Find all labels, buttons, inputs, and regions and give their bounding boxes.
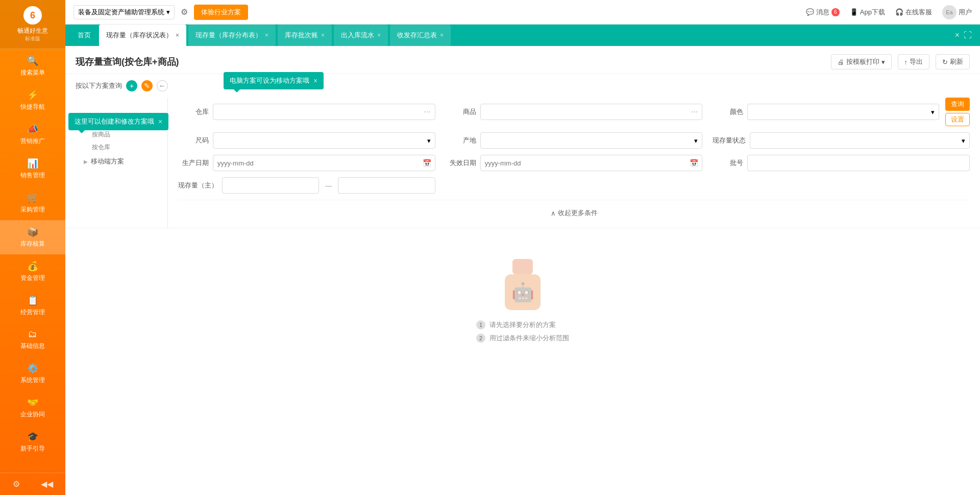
sidebar-item-search[interactable]: 🔍 搜索菜单 bbox=[0, 49, 65, 83]
sidebar-item-finance[interactable]: 💰 资金管理 bbox=[0, 254, 65, 289]
app-selector-arrow: ▾ bbox=[166, 8, 170, 16]
warehouse-label: 仓库 bbox=[178, 107, 209, 116]
template-print-btn[interactable]: 🖨 按模板打印 ▾ bbox=[831, 54, 892, 69]
sidebar-item-guide[interactable]: 🎓 新手引导 bbox=[0, 425, 65, 459]
sidebar-item-quick-nav[interactable]: ⚡ 快捷导航 bbox=[0, 83, 65, 117]
export-btn[interactable]: ↑ 导出 bbox=[898, 54, 930, 69]
tab-close-btn[interactable]: × bbox=[176, 32, 179, 39]
empty-step-2: 2 用过滤条件来缩小分析范围 bbox=[476, 334, 569, 343]
tab-label: 库存批次账 bbox=[285, 31, 318, 40]
tooltip-close-btn[interactable]: × bbox=[313, 77, 317, 85]
tab-home[interactable]: 首页 bbox=[69, 25, 99, 46]
batch-no-input[interactable] bbox=[747, 155, 970, 171]
print-icon: 🖨 bbox=[838, 58, 844, 66]
app-download-btn[interactable]: 📱 App下载 bbox=[850, 8, 885, 17]
sales-icon: 📊 bbox=[27, 158, 38, 169]
back-icon: ← bbox=[159, 82, 166, 90]
tab-inventory-distribution[interactable]: 现存量（库存分布表） × bbox=[188, 25, 276, 46]
tab-label: 出入库流水 bbox=[341, 31, 374, 40]
tree-label: 移动端方案 bbox=[91, 157, 124, 166]
collapse-more-btn[interactable]: ∧ 收起更多条件 bbox=[547, 204, 602, 222]
page-actions: 🖨 按模板打印 ▾ ↑ 导出 ↻ 刷新 bbox=[831, 54, 970, 69]
sidebar-item-label: 基础信息 bbox=[20, 342, 45, 350]
app-badge: 标准版 bbox=[25, 35, 40, 42]
page-title: 现存量查询(按仓库+商品) bbox=[76, 56, 179, 68]
filter-back-btn[interactable]: ← bbox=[157, 80, 168, 91]
tab-inventory-status[interactable]: 现存量（库存状况表） × bbox=[99, 25, 186, 46]
expire-date-input[interactable] bbox=[480, 155, 703, 171]
app-download-label: App下载 bbox=[860, 8, 885, 17]
sidebar-item-operations[interactable]: 📋 经营管理 bbox=[0, 289, 65, 323]
sidebar-item-enterprise[interactable]: 🤝 企业协同 bbox=[0, 391, 65, 425]
settings-search-btn[interactable]: 设置 bbox=[945, 113, 970, 126]
query-btn[interactable]: 查询 bbox=[945, 98, 970, 111]
dropdown-arrow-icon: ▾ bbox=[881, 58, 885, 66]
filter-row-produce-date: 生产日期 📅 bbox=[178, 155, 435, 171]
page-header: 现存量查询(按仓库+商品) 🖨 按模板打印 ▾ ↑ 导出 ↻ 刷新 bbox=[65, 46, 980, 74]
goods-dots[interactable]: ··· bbox=[691, 107, 698, 116]
tab-close-btn[interactable]: × bbox=[440, 32, 444, 39]
filter-grid: 仓库 ··· 商品 ··· bbox=[178, 98, 970, 194]
stock-status-select[interactable]: ▾ bbox=[750, 132, 970, 149]
stock-main-input-to[interactable] bbox=[338, 177, 435, 194]
tab-inout-flow[interactable]: 出入库流水 × bbox=[334, 25, 388, 46]
experience-btn[interactable]: 体验行业方案 bbox=[194, 5, 248, 20]
sidebar-item-marketing[interactable]: 📣 营销推广 bbox=[0, 117, 65, 152]
tab-close-btn[interactable]: × bbox=[265, 32, 268, 39]
produce-date-input[interactable] bbox=[213, 155, 435, 171]
goods-label: 商品 bbox=[446, 107, 476, 116]
sidebar-item-label: 销售管理 bbox=[20, 171, 45, 180]
sidebar-item-inventory[interactable]: 📦 库存核算 bbox=[0, 220, 65, 254]
tab-inventory-batch[interactable]: 库存批次账 × bbox=[278, 25, 332, 46]
app-system-name: 装备及固定资产辅助管理系统 bbox=[78, 8, 164, 17]
origin-dropdown-icon: ▾ bbox=[694, 137, 698, 145]
color-select[interactable]: ▾ bbox=[747, 104, 939, 120]
step-num-1: 1 bbox=[476, 320, 485, 329]
sidebar-item-label: 企业协同 bbox=[20, 410, 45, 419]
message-btn[interactable]: 💬 消息 6 bbox=[806, 8, 840, 17]
sidebar-item-system[interactable]: ⚙️ 系统管理 bbox=[0, 357, 65, 391]
app-selector[interactable]: 装备及固定资产辅助管理系统 ▾ bbox=[74, 5, 175, 19]
sidebar-item-label: 系统管理 bbox=[20, 376, 45, 385]
filter-edit-btn[interactable]: ✎ bbox=[141, 80, 153, 91]
filter-area: 按以下方案查询 + ✎ ← 电脑方案可设为移动方案哦 × bbox=[65, 74, 980, 228]
tab-close-btn[interactable]: × bbox=[321, 32, 325, 39]
refresh-btn[interactable]: ↻ 刷新 bbox=[936, 54, 970, 69]
purchase-icon: 🛒 bbox=[27, 192, 38, 203]
enterprise-icon: 🤝 bbox=[27, 397, 38, 408]
produce-date-label: 生产日期 bbox=[178, 158, 209, 168]
topbar-settings-icon[interactable]: ⚙ bbox=[181, 7, 188, 17]
sidebar-item-label: 快捷导航 bbox=[20, 103, 45, 111]
operations-icon: 📋 bbox=[27, 295, 38, 306]
tooltip-desktop-scheme: 电脑方案可设为移动方案哦 × bbox=[224, 72, 324, 89]
tab-close-all-btn[interactable]: × bbox=[955, 31, 960, 40]
tooltip2-close-btn[interactable]: × bbox=[158, 117, 162, 126]
size-select[interactable]: ▾ bbox=[213, 132, 435, 149]
tab-receive-summary[interactable]: 收发存汇总表 × bbox=[390, 25, 451, 46]
message-icon: 💬 bbox=[806, 8, 814, 16]
sidebar-collapse-btn[interactable]: ◀◀ bbox=[41, 479, 53, 489]
color-label: 颜色 bbox=[713, 107, 743, 116]
sidebar-item-basic-info[interactable]: 🗂 基础信息 bbox=[0, 323, 65, 357]
filter-add-btn[interactable]: + bbox=[126, 80, 137, 91]
user-avatar-image: Ea bbox=[942, 5, 957, 19]
empty-state: 🤖 1 请先选择要分析的方案 2 用过滤条件来缩小分析范围 bbox=[65, 228, 980, 378]
stock-main-dash: — bbox=[325, 182, 332, 190]
sidebar-item-sales[interactable]: 📊 销售管理 bbox=[0, 152, 65, 186]
warehouse-dots[interactable]: ··· bbox=[424, 107, 430, 116]
sidebar-item-label: 资金管理 bbox=[20, 274, 45, 282]
tab-fullscreen-btn[interactable]: ⛶ bbox=[964, 31, 972, 40]
tree-sub-item-warehouse[interactable]: 按仓库 bbox=[92, 141, 167, 154]
topbar: 装备及固定资产辅助管理系统 ▾ ⚙ 体验行业方案 💬 消息 6 📱 App下载 … bbox=[65, 0, 980, 25]
tree-arrow-icon: ▶ bbox=[84, 159, 88, 164]
sidebar-item-purchase[interactable]: 🛒 采购管理 bbox=[0, 186, 65, 220]
tooltip-text: 电脑方案可设为移动方案哦 bbox=[230, 76, 309, 85]
stock-main-input-from[interactable] bbox=[222, 177, 319, 194]
origin-select[interactable]: ▾ bbox=[480, 132, 703, 149]
tree-mobile-scheme[interactable]: ▶ 移动端方案 bbox=[76, 154, 167, 169]
app-logo-icon: 6 bbox=[23, 6, 42, 25]
user-profile-btn[interactable]: Ea 用户 bbox=[942, 5, 972, 19]
tab-close-btn[interactable]: × bbox=[377, 32, 381, 39]
online-support-btn[interactable]: 🎧 在线客服 bbox=[895, 8, 932, 17]
sidebar-settings-btn[interactable]: ⚙ bbox=[13, 479, 20, 489]
